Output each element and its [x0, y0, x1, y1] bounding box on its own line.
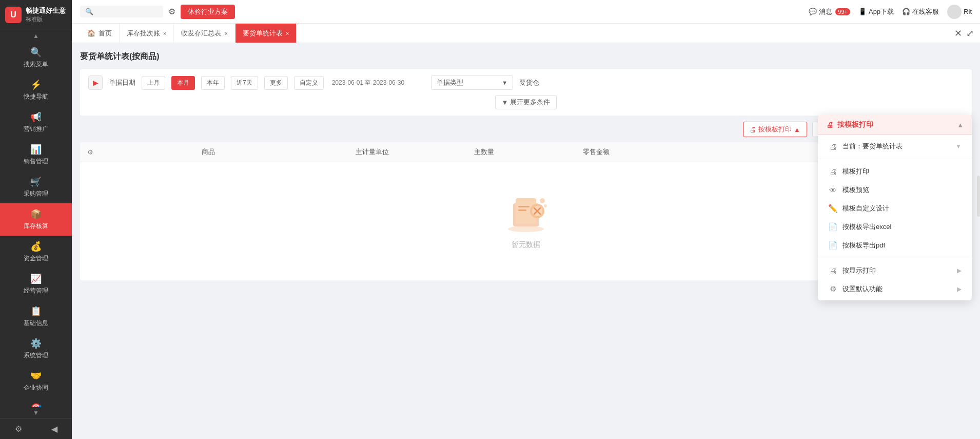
trial-button[interactable]: 体验行业方案 — [181, 5, 235, 19]
online-service-btn[interactable]: 🎧 在线客服 — [902, 7, 939, 16]
dropdown-item-template-pdf[interactable]: 📄 按模板导出pdf — [818, 236, 972, 255]
messages-btn[interactable]: 💬 消息 99+ — [809, 7, 850, 16]
dropdown-item-template-custom[interactable]: ✏️ 模板自定义设计 — [818, 199, 972, 218]
dropdown-close-icon[interactable]: ▲ — [957, 121, 964, 129]
dropdown-item-template-print[interactable]: 🖨 模板打印 — [818, 162, 972, 181]
sidebar-item-label: 系统管理 — [24, 351, 48, 360]
display-print-label: 按显示打印 — [842, 266, 876, 275]
template-custom-label: 模板自定义设计 — [842, 204, 889, 213]
dropdown-header-left: 🖨 按模板打印 — [826, 120, 873, 129]
dropdown-header[interactable]: 🖨 按模板打印 ▲ — [818, 115, 972, 135]
expand-icon: ▼ — [502, 99, 508, 106]
app-download-btn[interactable]: 📱 App下载 — [858, 7, 894, 16]
tab-close-inventory-batch[interactable]: × — [163, 30, 166, 36]
sidebar-item-label: 搜索菜单 — [24, 60, 48, 69]
tab-close-receipt-summary[interactable]: × — [224, 30, 227, 36]
template-preview-icon: 👁 — [828, 186, 837, 195]
sidebar-scroll-down[interactable]: ▼ — [0, 407, 72, 418]
sidebar-item-basic[interactable]: 📋 基础信息 — [0, 300, 72, 333]
tab-inventory-batch-label: 库存批次账 — [127, 29, 160, 38]
collab-icon: 🤝 — [30, 370, 42, 381]
sidebar-item-finance[interactable]: 💰 资金管理 — [0, 236, 72, 268]
th-unit: 主计量单位 — [317, 147, 428, 157]
service-icon: 🎧 — [902, 8, 910, 15]
goods-filter-label: 要货仓 — [519, 78, 539, 87]
sidebar-collapse-btn[interactable]: ◀ — [51, 424, 57, 434]
dropdown-item-template-excel[interactable]: 📄 按模板导出excel — [818, 218, 972, 236]
topbar-gear-btn[interactable]: ⚙ — [168, 7, 175, 16]
brand-name: 畅捷通好生意 — [26, 6, 66, 15]
sidebar-item-sales[interactable]: 📊 销售管理 — [0, 139, 72, 171]
sidebar-item-label: 营销推广 — [24, 125, 48, 133]
app-logo-text: 畅捷通好生意 标准版 — [26, 6, 66, 24]
filter-collapse-btn[interactable]: ▶ — [88, 75, 103, 90]
sidebar-item-search[interactable]: 🔍 搜索菜单 — [0, 42, 72, 74]
sidebar-scroll-up[interactable]: ▲ — [0, 30, 72, 42]
sidebar-item-purchase[interactable]: 🛒 采购管理 — [0, 171, 72, 203]
sales-icon: 📊 — [30, 144, 42, 155]
print-dropdown-menu: 🖨 按模板打印 ▲ 🖨 当前：要货单统计表 ▼ — [818, 115, 972, 300]
sidebar-nav: 🔍 搜索菜单 ⚡ 快捷导航 📢 营销推广 📊 销售管理 🛒 采购管理 📦 库存核… — [0, 42, 72, 407]
gear-icon[interactable]: ⚙ — [87, 148, 93, 156]
main-content: 🔍 ⚙ 体验行业方案 💬 消息 99+ 📱 App下载 🎧 在线客服 R — [72, 0, 980, 439]
tab-order-summary[interactable]: 要货单统计表 × — [236, 24, 297, 43]
date-btn-last-month[interactable]: 上月 — [142, 76, 165, 90]
type-filter-chevron: ▼ — [502, 80, 507, 86]
svg-point-9 — [540, 198, 545, 203]
sidebar-item-label: 采购管理 — [24, 189, 48, 198]
dropdown-current-label: 当前：要货单统计表 — [842, 142, 903, 151]
topbar-search-input[interactable] — [96, 8, 158, 15]
date-filter-label: 单据日期 — [109, 78, 135, 87]
dropdown-header-right: ▲ — [957, 121, 964, 129]
app-download-label: App下载 — [869, 7, 894, 16]
date-btn-this-year[interactable]: 本年 — [201, 76, 225, 90]
sidebar-item-guide[interactable]: 🎯 新手引导 — [0, 397, 72, 407]
inventory-icon: 📦 — [30, 208, 42, 220]
sidebar-item-operations[interactable]: 📈 经营管理 — [0, 268, 72, 300]
tabs-bar: 🏠 首页 库存批次账 × 收发存汇总表 × 要货单统计表 × ✕ ⤢ — [72, 24, 980, 43]
sidebar-item-marketing[interactable]: 📢 营销推广 — [0, 106, 72, 139]
print-icon: 🖨 — [750, 126, 756, 133]
tab-close-order-summary[interactable]: × — [286, 30, 289, 36]
sidebar-item-shortcut[interactable]: ⚡ 快捷导航 — [0, 74, 72, 106]
sidebar-item-inventory[interactable]: 📦 库存核算 — [0, 203, 72, 236]
template-print-label: 模板打印 — [842, 167, 869, 176]
svg-rect-7 — [518, 206, 530, 207]
date-btn-custom[interactable]: 自定义 — [294, 76, 324, 90]
sidebar-item-collab[interactable]: 🤝 企业协同 — [0, 365, 72, 397]
finance-icon: 💰 — [30, 241, 42, 252]
tab-receipt-summary[interactable]: 收发存汇总表 × — [174, 24, 235, 43]
date-btn-more[interactable]: 更多 — [264, 76, 288, 90]
page-container: 要货单统计表(按商品) ▶ 单据日期 上月 本月 本年 近7天 更多 自定义 2… — [72, 43, 980, 439]
sidebar-item-label: 销售管理 — [24, 157, 48, 166]
set-default-chevron: ▶ — [957, 285, 962, 293]
tabs-expand-btn[interactable]: ⤢ — [966, 28, 974, 39]
search-icon: 🔍 — [30, 47, 42, 58]
dropdown-display-print[interactable]: 🖨 按显示打印 ▶ — [818, 261, 972, 280]
side-scrollbar[interactable] — [977, 176, 980, 217]
type-filter-select[interactable]: 单据类型 ▼ — [431, 75, 513, 90]
online-service-label: 在线客服 — [912, 7, 939, 16]
tab-order-summary-label: 要货单统计表 — [243, 29, 283, 38]
tab-inventory-batch[interactable]: 库存批次账 × — [120, 24, 174, 43]
date-btn-this-month[interactable]: 本月 — [171, 76, 195, 90]
tab-home[interactable]: 🏠 首页 — [80, 24, 120, 43]
expand-filter-btn[interactable]: ▼ 展开更多条件 — [495, 95, 557, 109]
th-amount: 零售金额 — [540, 147, 652, 157]
user-profile-btn[interactable]: Rit — [947, 5, 972, 19]
template-custom-icon: ✏️ — [828, 204, 837, 213]
dropdown-divider-2 — [818, 258, 972, 258]
page-title: 要货单统计表(按商品) — [80, 51, 972, 62]
date-btn-7days[interactable]: 近7天 — [231, 76, 258, 90]
dropdown-item-template-preview[interactable]: 👁 模板预览 — [818, 181, 972, 199]
dropdown-current-item[interactable]: 🖨 当前：要货单统计表 ▼ — [818, 137, 972, 156]
system-icon: ⚙️ — [30, 338, 42, 349]
sidebar-item-system[interactable]: ⚙️ 系统管理 — [0, 333, 72, 365]
topbar-search-box[interactable]: 🔍 — [80, 6, 163, 17]
sidebar-item-label: 快捷导航 — [24, 92, 48, 101]
sidebar-settings-btn[interactable]: ⚙ — [15, 424, 22, 434]
print-template-btn[interactable]: 🖨 按模板打印 ▲ — [743, 122, 807, 137]
filter-row-1: ▶ 单据日期 上月 本月 本年 近7天 更多 自定义 2023-06-01 至 … — [88, 75, 964, 90]
tabs-close-all-btn[interactable]: ✕ — [954, 28, 962, 39]
dropdown-set-default[interactable]: ⚙ 设置默认功能 ▶ — [818, 280, 972, 298]
